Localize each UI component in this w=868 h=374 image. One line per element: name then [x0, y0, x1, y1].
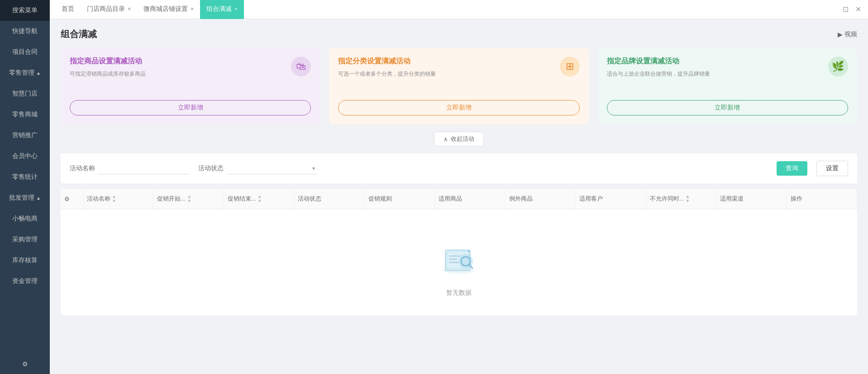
tab-label: 首页 [62, 5, 74, 13]
sidebar-item-label: 小畅电商 [12, 215, 38, 223]
th-promo-rules: 促销规则 [365, 189, 435, 209]
tab-close-button[interactable]: × [191, 6, 194, 12]
maximize-button[interactable]: ⊡ [841, 5, 850, 14]
main-area: 首页门店商品目录×微商城店铺设置×组合满减× ⊡ ✕ 组合满减 ▶ 视频 指定商… [50, 0, 868, 374]
svg-rect-6 [449, 255, 460, 257]
tab-wechat-store[interactable]: 微商城店铺设置× [137, 0, 200, 19]
tab-close-button[interactable]: × [128, 6, 131, 12]
close-button[interactable]: ✕ [854, 5, 863, 14]
product-card-title: 指定商品设置满减活动 [70, 57, 311, 66]
sidebar-item-marketing[interactable]: 营销推广 [9, 125, 41, 146]
page-header: 组合满减 ▶ 视频 [61, 28, 857, 40]
brand-card-desc: 适合与上游企业联合做营销，提升品牌销量 [607, 70, 848, 78]
tab-home[interactable]: 首页 [55, 0, 81, 19]
category-promo-card: 指定分类设置满减活动 ⊞ 可选一个或者多个分类，提升分类的销量 立即新增 [329, 48, 588, 125]
th-status: 活动状态 [294, 189, 364, 209]
promo-cards: 指定商品设置满减活动 🛍 可指定滞销商品或库存较多商品 立即新增 指定分类设置满… [61, 48, 857, 125]
sort-icon-concurrent: ▲▼ [685, 194, 690, 203]
sidebar-item-inventory[interactable]: 库存核算 [9, 250, 41, 271]
filter-status-label: 活动状态 [198, 164, 224, 173]
th-operation-label: 操作 [791, 195, 802, 203]
th-promo-start[interactable]: 促销开始... ▲▼ [153, 189, 224, 209]
product-card-add-button[interactable]: 立即新增 [70, 100, 311, 115]
settings-icon: ⚙ [22, 360, 28, 368]
category-card-add-button[interactable]: 立即新增 [338, 100, 579, 115]
th-no-concurrent[interactable]: 不允许同时... ▲▼ [646, 189, 716, 209]
sidebar-item-retail-stats[interactable]: 零售统计 [9, 167, 41, 187]
page-title: 组合满减 [61, 28, 97, 40]
sidebar-item-retail-mall[interactable]: 零售商城 [9, 104, 41, 125]
content-area: 组合满减 ▶ 视频 指定商品设置满减活动 🛍 可指定滞销商品或库存较多商品 立即… [50, 19, 868, 374]
th-status-label: 活动状态 [298, 195, 321, 203]
filter-name-label: 活动名称 [70, 164, 95, 173]
th-excluded-goods: 例外商品 [506, 189, 576, 209]
query-button[interactable]: 查询 [777, 161, 807, 176]
sidebar-item-wholesale[interactable]: 批发管理▲ [9, 187, 41, 208]
collapse-button[interactable]: ∧ 收起活动 [434, 132, 484, 146]
collapse-bar: ∧ 收起活动 [61, 132, 857, 146]
brand-card-add-button[interactable]: 立即新增 [607, 100, 848, 115]
data-table: ⚙ 活动名称 ▲▼ 促销开始... ▲▼ 促销结束... ▲▼ 活动状态 [61, 189, 857, 315]
empty-illustration [436, 236, 482, 282]
collapse-label: 收起活动 [451, 135, 474, 143]
sidebar-item-smart-store[interactable]: 智慧门店 [9, 83, 41, 104]
empty-text: 暂无数据 [446, 289, 472, 297]
filter-status-item: 活动状态 进行中 已停止 未开始 ▾ [198, 163, 318, 174]
th-settings[interactable]: ⚙ [61, 189, 83, 209]
tab-bar: 首页门店商品目录×微商城店铺设置×组合满减× ⊡ ✕ [50, 0, 868, 19]
sort-icon: ▲▼ [112, 194, 116, 203]
brand-card-title: 指定品牌设置满减活动 [607, 57, 848, 66]
window-controls: ⊡ ✕ [841, 5, 863, 14]
sidebar-settings[interactable]: ⚙ [0, 354, 50, 374]
filter-row: 活动名称 活动状态 进行中 已停止 未开始 ▾ 查询 设置 [61, 153, 857, 183]
sidebar-item-label: 零售管理 [9, 69, 34, 77]
th-activity-name[interactable]: 活动名称 ▲▼ [83, 189, 153, 209]
th-applicable-channel: 适用渠道 [716, 189, 787, 209]
th-operation: 操作 [787, 189, 857, 209]
collapse-icon: ∧ [444, 136, 448, 143]
sidebar-item-finance[interactable]: 资金管理 [9, 271, 41, 292]
video-link[interactable]: ▶ 视频 [838, 30, 857, 38]
sidebar-item-procurement[interactable]: 采购管理 [9, 229, 41, 250]
category-card-icon: ⊞ [560, 57, 580, 77]
category-card-desc: 可选一个或者多个分类，提升分类的销量 [338, 70, 579, 78]
sidebar-item-retail-management[interactable]: 零售管理▲ [9, 62, 41, 83]
sidebar-item-member-center[interactable]: 会员中心 [9, 146, 41, 167]
th-promo-end[interactable]: 促销结束... ▲▼ [224, 189, 294, 209]
brand-card-icon: 🌿 [828, 57, 848, 77]
sort-icon-end: ▲▼ [258, 194, 262, 203]
table-header: ⚙ 活动名称 ▲▼ 促销开始... ▲▼ 促销结束... ▲▼ 活动状态 [61, 189, 857, 209]
sidebar-item-ecommerce[interactable]: 小畅电商 [9, 208, 41, 229]
brand-promo-card: 指定品牌设置满减活动 🌿 适合与上游企业联合做营销，提升品牌销量 立即新增 [598, 48, 857, 125]
video-label: 视频 [844, 30, 857, 38]
tab-store-catalog[interactable]: 门店商品目录× [81, 0, 137, 19]
th-applicable-goods: 适用商品 [435, 189, 505, 209]
filter-status-select[interactable]: 进行中 已停止 未开始 [227, 163, 318, 174]
th-applicable-customer: 适用客户 [576, 189, 646, 209]
sidebar-item-label: 批发管理 [9, 194, 34, 202]
category-card-title: 指定分类设置满减活动 [338, 57, 579, 66]
empty-state: 暂无数据 [61, 209, 857, 315]
th-applicable-customer-label: 适用客户 [579, 195, 603, 203]
sidebar-item-project-contract[interactable]: 项目合同 [9, 42, 41, 62]
setting-button[interactable]: 设置 [816, 161, 848, 176]
sidebar-item-label: 零售统计 [12, 173, 38, 181]
filter-name-input[interactable] [99, 163, 189, 174]
sidebar-item-label: 采购管理 [12, 235, 38, 244]
sidebar-search[interactable]: 搜索菜单 [0, 0, 50, 21]
tab-label: 组合满减 [206, 5, 232, 13]
th-no-concurrent-label: 不允许同时... [650, 195, 684, 203]
tab-combo-discount[interactable]: 组合满减× [200, 0, 244, 19]
product-card-desc: 可指定滞销商品或库存较多商品 [70, 70, 311, 78]
sort-icon-start: ▲▼ [187, 194, 191, 203]
sidebar-item-quick-nav[interactable]: 快捷导航 [9, 21, 41, 42]
th-promo-start-label: 促销开始... [157, 195, 186, 203]
product-promo-card: 指定商品设置满减活动 🛍 可指定滞销商品或库存较多商品 立即新增 [61, 48, 320, 125]
sidebar: 搜索菜单 快捷导航项目合同零售管理▲智慧门店零售商城营销推广会员中心零售统计批发… [0, 0, 50, 374]
gear-icon: ⚙ [64, 196, 70, 202]
sidebar-item-label: 项目合同 [12, 48, 38, 56]
th-excluded-goods-label: 例外商品 [509, 195, 533, 203]
video-icon: ▶ [838, 31, 843, 38]
tab-close-button[interactable]: × [234, 6, 238, 12]
sidebar-item-label: 智慧门店 [12, 90, 38, 98]
